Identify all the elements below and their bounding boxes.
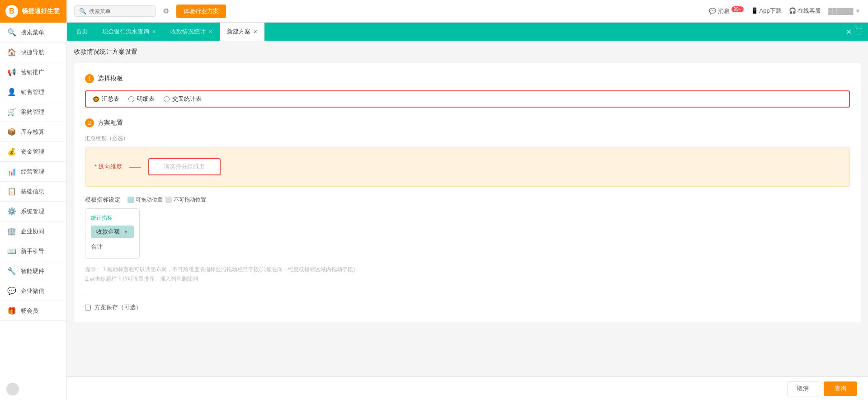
sidebar-item-finance[interactable]: 💰 资金管理 [0, 142, 66, 162]
sidebar-item-system[interactable]: ⚙️ 系统管理 [0, 202, 66, 221]
sidebar-item-label: 系统管理 [21, 207, 44, 216]
tab-close-all-icon[interactable]: ✕ [846, 28, 852, 36]
section-divider [85, 294, 850, 294]
cancel-button[interactable]: 取消 [788, 381, 818, 396]
tabbar-controls: ✕ ⛶ [846, 28, 866, 36]
tab-home[interactable]: 首页 [69, 23, 95, 41]
sidebar-item-wechat[interactable]: 💬 企业微信 [0, 281, 66, 301]
content-area: 收款情况统计方案设置 1 选择模板 汇总表 [67, 41, 868, 376]
sidebar-item-basic[interactable]: 📋 基础信息 [0, 182, 66, 202]
search-input[interactable] [89, 8, 143, 14]
radio-cross-input[interactable] [164, 96, 170, 102]
stats-tag-amount[interactable]: 收款金额 ▼ [91, 226, 134, 238]
tab-new-plan-close[interactable]: ✕ [253, 29, 257, 35]
stats-total: 合计 [91, 241, 134, 253]
stats-header: 统计指标 [91, 214, 134, 222]
radio-cross-label: 交叉统计表 [172, 95, 202, 103]
tab-new-plan-label: 新建方案 [227, 28, 250, 36]
tabbar: 首页 现金银行流水查询 ✕ 收款情况统计 ✕ 新建方案 ✕ ✕ ⛶ [67, 23, 868, 41]
radio-summary-label: 汇总表 [102, 95, 119, 103]
member-icon: 🎁 [7, 306, 16, 315]
sidebar-item-label: 智能硬件 [21, 267, 44, 275]
sidebar-logo: B 畅捷通好生意 [0, 0, 66, 23]
logo-icon: B [5, 5, 18, 18]
finance-icon: 💰 [7, 147, 16, 156]
step2-title: 2 方案配置 [85, 118, 850, 127]
marketing-icon: 📢 [7, 68, 16, 76]
save-option: 方案保存（可选） [85, 303, 850, 311]
dimension-label-text: 汇总维度（必选） [85, 135, 128, 141]
draggable-legend-label: 可拖动位置 [136, 196, 163, 204]
sidebar-item-management[interactable]: 📊 经营管理 [0, 162, 66, 182]
radio-cross[interactable]: 交叉统计表 [164, 95, 202, 103]
search-box[interactable]: 🔍 [74, 5, 156, 17]
sidebar-item-label: 采购管理 [21, 108, 44, 116]
main-area: 🔍 ⚙ 体验行业方案 💬 消息 99+ 📱 App下载 🎧 在线客服 █████… [67, 0, 868, 400]
step2-label: 方案配置 [98, 119, 123, 127]
user-info[interactable]: ██████ ▼ [828, 8, 861, 14]
inventory-icon: 📦 [7, 127, 16, 136]
dimension-label: 汇总维度（必选） [85, 135, 850, 142]
tab-receipts[interactable]: 收款情况统计 ✕ [163, 23, 220, 41]
tab-cashflow[interactable]: 现金银行流水查询 ✕ [95, 23, 163, 41]
tab-receipts-label: 收款情况统计 [170, 28, 206, 36]
sidebar-item-label: 销售管理 [21, 88, 44, 96]
save-checkbox[interactable] [85, 305, 91, 311]
query-button[interactable]: 查询 [824, 381, 857, 396]
message-area[interactable]: 💬 消息 99+ [709, 7, 743, 15]
sidebar-item-search[interactable]: 🔍 搜索菜单 [0, 23, 66, 42]
sidebar-item-quicknav[interactable]: 🏠 快捷导航 [0, 42, 66, 62]
indicators-label-text: 模板指标设定 [85, 196, 120, 204]
tab-new-plan[interactable]: 新建方案 ✕ [220, 23, 264, 41]
settings-icon[interactable]: ⚙ [163, 7, 169, 15]
tab-expand-icon[interactable]: ⛶ [855, 28, 863, 36]
sidebar-item-label: 新手引导 [21, 247, 44, 255]
sidebar-item-purchase[interactable]: 🛒 采购管理 [0, 102, 66, 122]
tip2: 2.点击标题栏下拉可设置排序、插入列和删除列 [85, 275, 850, 283]
sidebar-item-label: 企业协同 [21, 227, 44, 235]
template-options-box: 汇总表 明细表 交叉统计表 [85, 90, 850, 108]
purchase-icon: 🛒 [7, 108, 16, 116]
sidebar-item-label: 库存核算 [21, 128, 44, 136]
step2-number: 2 [85, 118, 94, 127]
sidebar-item-sales[interactable]: 👤 销售管理 [0, 82, 66, 102]
sidebar-item-inventory[interactable]: 📦 库存核算 [0, 122, 66, 142]
service-label: 在线客服 [797, 7, 821, 14]
stats-box: 统计指标 收款金额 ▼ 合计 [85, 208, 140, 259]
basic-icon: 📋 [7, 187, 16, 196]
tab-receipts-close[interactable]: ✕ [208, 29, 212, 35]
tab-cashflow-close[interactable]: ✕ [152, 29, 156, 35]
footer: 取消 查询 [67, 376, 868, 400]
sidebar-item-enterprise[interactable]: 🏢 企业协同 [0, 221, 66, 241]
home-icon: 🏠 [7, 48, 16, 56]
tip1: 提示： 1.拖动标题栏可以调整布局，不可跨维度或指标区域拖动栏目字段(只能在同一… [85, 266, 850, 273]
main-card: 1 选择模板 汇总表 明细表 [74, 63, 861, 322]
user-avatar [6, 383, 19, 395]
indicators-label: 模板指标设定 可拖动位置 不可拖动位置 [85, 196, 850, 204]
sidebar-item-hardware[interactable]: 🔧 智能硬件 [0, 261, 66, 281]
enterprise-icon: 🏢 [7, 227, 16, 235]
row-dimension-label: * 纵向维度 [94, 163, 122, 171]
search-icon: 🔍 [7, 28, 16, 37]
radio-summary[interactable]: 汇总表 [93, 95, 119, 103]
stats-tag-label: 收款金额 [96, 228, 120, 236]
service-area[interactable]: 🎧 在线客服 [789, 7, 821, 15]
trial-button[interactable]: 体验行业方案 [176, 5, 226, 18]
dimension-select[interactable]: 请选择分组维度 [148, 158, 221, 175]
radio-summary-input[interactable] [93, 96, 99, 102]
step1-label: 选择模板 [98, 75, 123, 83]
radio-detail-label: 明细表 [137, 95, 155, 103]
sidebar-item-member[interactable]: 🎁 畅会员 [0, 301, 66, 321]
radio-detail-input[interactable] [128, 96, 134, 102]
dimension-arrow: —— [129, 164, 141, 170]
step2-section: 2 方案配置 汇总维度（必选） * 纵向维度 —— 请选择分组维度 [85, 118, 850, 283]
sidebar-item-guide[interactable]: 📖 新手引导 [0, 241, 66, 261]
step1-section: 1 选择模板 汇总表 明细表 [85, 74, 850, 108]
step1-number: 1 [85, 74, 94, 83]
sidebar-item-label: 营销推广 [21, 68, 44, 76]
sidebar-item-label: 畅会员 [21, 307, 38, 315]
sales-icon: 👤 [7, 88, 16, 96]
sidebar-item-marketing[interactable]: 📢 营销推广 [0, 62, 66, 82]
download-area[interactable]: 📱 App下载 [751, 7, 782, 15]
radio-detail[interactable]: 明细表 [128, 95, 155, 103]
